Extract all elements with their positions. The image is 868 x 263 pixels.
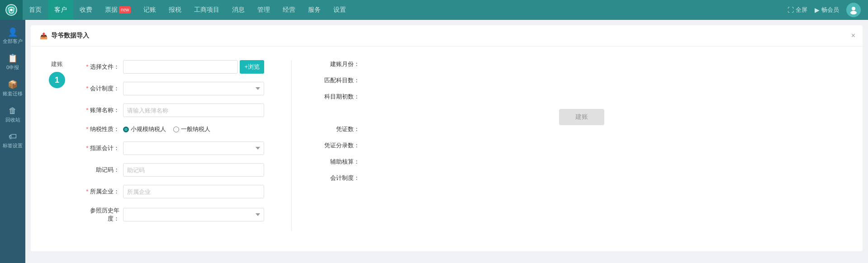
- user-avatar[interactable]: [846, 3, 861, 17]
- create-month-row: 建账月份：: [319, 60, 844, 68]
- accounting-system-row: 会计制度：: [83, 82, 264, 95]
- nav-service[interactable]: 服务: [302, 0, 327, 20]
- assign-accountant-row: 指派会计：: [83, 141, 264, 155]
- layout: 👤 全部客户 📋 0申报 📦 账套迁移 🗑 回收站 🏷 标签设置 📤 导爷数据导…: [0, 20, 868, 263]
- file-text-input[interactable]: [123, 60, 238, 74]
- sidebar-item-trash[interactable]: 🗑 回收站: [0, 103, 25, 127]
- auxiliary-label: 辅助核算：: [319, 158, 360, 166]
- close-button[interactable]: ×: [851, 32, 855, 40]
- tag-icon: 🏷: [9, 132, 17, 141]
- tax-type-row: 纳税性质： 小规模纳税人 一般纳税人: [83, 125, 264, 133]
- nav-tax[interactable]: 报税: [162, 0, 188, 20]
- sidebar-item-declare[interactable]: 📋 0申报: [0, 50, 25, 74]
- radio-general-input[interactable]: [173, 127, 179, 132]
- company-row: 所属企业：: [83, 185, 264, 198]
- nav-settings[interactable]: 设置: [327, 0, 352, 20]
- trash-icon: 🗑: [9, 106, 17, 116]
- main-content: 📤 导爷数据导入 × 建账 1 选择文件：: [25, 20, 868, 263]
- mnemonic-input[interactable]: [123, 163, 264, 177]
- company-label: 所属企业：: [83, 188, 119, 196]
- mnemonic-label: 助记码：: [83, 166, 119, 174]
- declare-icon: 📋: [8, 53, 18, 63]
- migrate-icon: 📦: [8, 80, 18, 89]
- nav-logo[interactable]: [0, 0, 23, 20]
- import-icon: 📤: [40, 32, 47, 39]
- radio-general-label: 一般纳税人: [181, 125, 210, 133]
- nav-accounting[interactable]: 记账: [137, 0, 162, 20]
- page-header: 📤 导爷数据导入 ×: [31, 25, 863, 47]
- auxiliary-row: 辅助核算：: [319, 158, 844, 166]
- fullscreen-icon: ⛶: [787, 6, 794, 14]
- voucher-count-row: 凭证数：: [319, 125, 844, 133]
- file-label: 选择文件：: [83, 63, 119, 71]
- sidebar-item-tags[interactable]: 🏷 标签设置: [0, 128, 25, 152]
- accounting-system-label: 会计制度：: [83, 85, 119, 93]
- assign-accountant-label: 指派会计：: [83, 144, 119, 152]
- new-badge: new: [119, 6, 131, 14]
- sidebar-item-all-customers[interactable]: 👤 全部客户: [0, 23, 25, 48]
- ledger-name-row: 账簿名称：: [83, 103, 264, 117]
- svg-point-1: [10, 9, 13, 11]
- voucher-entries-row: 凭证分录数：: [319, 141, 844, 150]
- step-label: 建账: [51, 60, 63, 68]
- ledger-name-input[interactable]: [123, 103, 264, 117]
- company-input[interactable]: [123, 185, 264, 198]
- match-subjects-label: 匹配科目数：: [319, 76, 360, 85]
- create-btn-row: 建账: [319, 109, 844, 125]
- radio-general[interactable]: 一般纳税人: [173, 125, 210, 133]
- nav-message[interactable]: 消息: [226, 0, 251, 20]
- file-input-group: +浏览: [123, 60, 264, 74]
- radio-small-scale-label: 小规模纳税人: [131, 125, 166, 133]
- tax-type-radio-group: 小规模纳税人 一般纳税人: [123, 125, 210, 133]
- nav-customer[interactable]: 客户: [48, 0, 73, 20]
- history-year-label: 参照历史年度：: [83, 207, 119, 223]
- voucher-count-label: 凭证数：: [319, 125, 360, 133]
- nav-items: 首页 客户 收费 票据 new 记账 报税 工商项目 消息 管理 经营 服务 设…: [23, 0, 787, 20]
- file-row: 选择文件： +浏览: [83, 60, 264, 74]
- sidebar-item-migrate[interactable]: 📦 账套迁移: [0, 76, 25, 100]
- mnemonic-row: 助记码：: [83, 163, 264, 177]
- nav-fee[interactable]: 收费: [73, 0, 99, 20]
- member-btn[interactable]: ▶ 畅会员: [815, 6, 839, 14]
- nav-right: ⛶ 全屏 ▶ 畅会员: [787, 3, 868, 17]
- assign-accountant-select[interactable]: [123, 141, 264, 155]
- nav-invoice[interactable]: 票据 new: [99, 0, 137, 20]
- form-area: 建账 1 选择文件： +浏览 会计制度：: [31, 47, 863, 244]
- page-title: 导爷数据导入: [51, 32, 89, 40]
- history-year-row: 参照历史年度：: [83, 207, 264, 223]
- create-account-button[interactable]: 建账: [559, 109, 604, 125]
- nav-business[interactable]: 工商项目: [188, 0, 226, 20]
- right-accounting-system-label: 会计制度：: [319, 174, 360, 182]
- accounting-system-select[interactable]: [123, 82, 264, 95]
- fullscreen-btn[interactable]: ⛶ 全屏: [787, 6, 807, 14]
- top-nav: 首页 客户 收费 票据 new 记账 报税 工商项目 消息 管理 经营 服务 设…: [0, 0, 868, 20]
- create-month-label: 建账月份：: [319, 60, 360, 68]
- step-badge: 1: [49, 72, 65, 88]
- radio-small-scale[interactable]: 小规模纳税人: [123, 125, 166, 133]
- nav-home[interactable]: 首页: [23, 0, 48, 20]
- radio-small-scale-input[interactable]: [123, 127, 129, 132]
- nav-operation[interactable]: 经营: [276, 0, 302, 20]
- ledger-name-label: 账簿名称：: [83, 106, 119, 114]
- browse-button[interactable]: +浏览: [240, 60, 264, 74]
- subject-opening-label: 科目期初数：: [319, 93, 360, 101]
- customer-icon: 👤: [8, 27, 18, 37]
- form-right: 建账月份： 匹配科目数： 科目期初数： 建账: [319, 60, 844, 231]
- subject-opening-row: 科目期初数：: [319, 93, 844, 101]
- voucher-entries-label: 凭证分录数：: [319, 141, 360, 150]
- play-icon: ▶: [815, 6, 820, 14]
- right-accounting-system-row: 会计制度：: [319, 174, 844, 182]
- form-left: 选择文件： +浏览 会计制度：: [83, 60, 264, 231]
- step-section: 建账 1: [49, 60, 65, 231]
- nav-manage[interactable]: 管理: [251, 0, 276, 20]
- tax-type-label: 纳税性质：: [83, 125, 119, 133]
- page-container: 📤 导爷数据导入 × 建账 1 选择文件：: [31, 25, 863, 251]
- section-divider: [291, 60, 292, 231]
- svg-point-3: [850, 11, 857, 14]
- sidebar: 👤 全部客户 📋 0申报 📦 账套迁移 🗑 回收站 🏷 标签设置: [0, 20, 25, 263]
- svg-point-2: [852, 7, 855, 10]
- match-subjects-row: 匹配科目数：: [319, 76, 844, 85]
- history-year-select[interactable]: [123, 208, 264, 221]
